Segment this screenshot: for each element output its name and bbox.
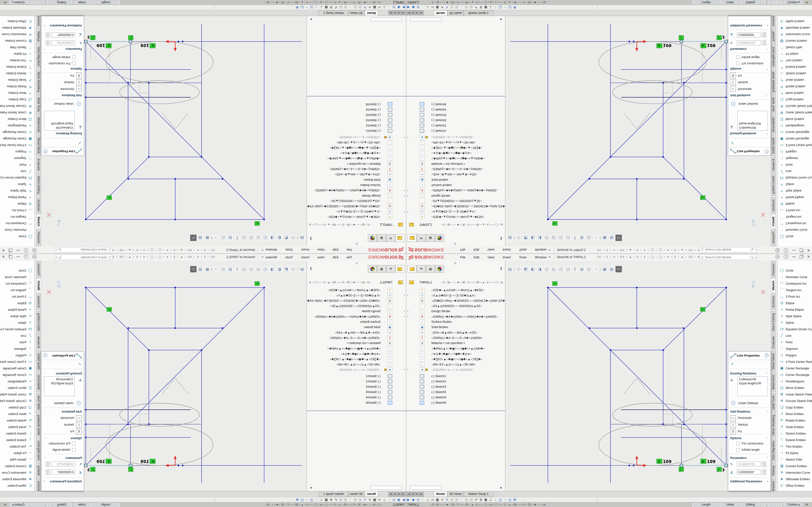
- view-tool-icon[interactable]: ◔: [213, 266, 219, 272]
- view-tool-icon[interactable]: ◲: [565, 266, 571, 272]
- menu-item-silhouette-entities[interactable]: ◈Silhouette Entities: [0, 24, 35, 31]
- cmd-tab-mold-tools[interactable]: Mold Tools: [36, 95, 41, 114]
- expand-arrow-icon[interactable]: ▸: [407, 211, 409, 213]
- ok-check-icon[interactable]: ✓: [730, 140, 734, 146]
- cmd-tab-markup[interactable]: Markup: [771, 463, 776, 478]
- menu-item-offset-entities[interactable]: ⊏Offset Entities: [777, 18, 812, 24]
- tab-scroll-icon[interactable]: ◀: [411, 492, 415, 497]
- relation-button-icon[interactable]: —: [730, 86, 736, 92]
- view-tool-icon[interactable]: ▦: [204, 266, 210, 272]
- view-tool-icon[interactable]: ▦: [602, 266, 608, 272]
- bottom-tool-icon[interactable]: ◔: [305, 497, 309, 502]
- tree-item-sketch[interactable]: (-) Sketch5: [307, 112, 406, 117]
- cmd-tab-mesh-modeling[interactable]: Mesh Modeling: [36, 69, 41, 95]
- bottom-tool-icon[interactable]: ⋮: [459, 497, 464, 502]
- search-input[interactable]: [704, 248, 750, 252]
- bottom-tool-icon[interactable]: ⋮: [348, 5, 353, 10]
- menu-item-copy-entities[interactable]: ❏Copy Entities: [777, 96, 812, 103]
- checkbox[interactable]: [737, 448, 740, 452]
- checkbox[interactable]: [72, 55, 75, 59]
- length-field[interactable]: 10.88152731: [737, 41, 761, 45]
- exit-sketch-icon[interactable]: ↪: [53, 280, 64, 288]
- bottom-tool-icon[interactable]: ⊥: [488, 497, 493, 502]
- menu-item-perimeter-circle[interactable]: ◌Perimeter Circle: [0, 274, 35, 281]
- menu-item-equation-driven-curve[interactable]: ƒxEquation Driven Curve: [777, 174, 812, 181]
- menu-item-copy-entities[interactable]: ❏Copy Entities: [777, 404, 812, 411]
- view-tool-icon[interactable]: ▨: [197, 235, 203, 241]
- add-relations-header[interactable]: Add Relations: [730, 410, 750, 413]
- cmd-tab-data-migration[interactable]: Data Migration: [771, 439, 776, 462]
- options-header[interactable]: Options: [730, 67, 742, 70]
- cmd-tab-markup[interactable]: Markup: [36, 29, 41, 44]
- bottom-tool-icon[interactable]: ∣: [493, 5, 498, 10]
- cmd-tab-direct-editing[interactable]: Direct Editing: [36, 174, 41, 196]
- panel-tab-overflow[interactable]: ❯: [310, 237, 312, 240]
- view-tool-icon[interactable]: ↩: [615, 235, 622, 241]
- length-spinner[interactable]: ▲▼: [46, 40, 50, 45]
- search-box[interactable]: ◫ ▾: [55, 255, 112, 260]
- menu-item-convert-entities[interactable]: ▧Convert Entities: [777, 38, 812, 44]
- expand-arrow-icon[interactable]: ▸: [407, 189, 409, 192]
- view-tool-icon[interactable]: ↧: [572, 266, 578, 272]
- cmd-tab-weldments[interactable]: Weldments: [36, 373, 41, 392]
- menu-item-partial-ellipse[interactable]: ◖Partial Ellipse: [777, 306, 812, 313]
- tree-item[interactable]: ▸■○ƧƼƐИΝΑ∩∗○∘○∗∩ΑΝИƐƼƧ○: [307, 367, 406, 373]
- checkbox[interactable]: [72, 62, 75, 65]
- menu-item-segment[interactable]: ∷Segment: [777, 346, 812, 352]
- tree-item[interactable]: ▤○ƧƼ✚ƐƧ○ИΝ◎∘✚ƆƐΝƐƧƼ○∘○ƼƧƐΝƐƆ✚∘◎ΝИ○ƧƼ✚ƼƧ○: [406, 298, 505, 303]
- view-tool-icon[interactable]: ◻: [516, 266, 522, 272]
- tree-filter-input[interactable]: [370, 17, 402, 21]
- view-tool-icon[interactable]: ↧: [234, 266, 240, 272]
- menu-item-silhouette-entities[interactable]: ◈Silhouette Entities: [0, 476, 35, 483]
- bottom-tool-icon[interactable]: ▶: [401, 497, 406, 502]
- tab-scroll-icon[interactable]: ∣◀: [406, 492, 411, 497]
- bottom-tool-icon[interactable]: ◉: [396, 5, 401, 10]
- search-dropdown-icon[interactable]: ▾: [755, 249, 756, 251]
- bottom-tool-icon[interactable]: ▤: [358, 497, 362, 502]
- cmd-tab-surfaces[interactable]: Surfaces: [36, 294, 41, 310]
- view-tool-icon[interactable]: ▾: [211, 268, 212, 270]
- bottom-tool-icon[interactable]: ≣: [329, 5, 334, 10]
- bottom-tool-icon[interactable]: ◎: [416, 497, 420, 502]
- menu-item-tools[interactable]: Tools: [285, 248, 294, 252]
- bottom-tool-icon[interactable]: ▤: [454, 5, 459, 10]
- menu-item-circular-sketch-pattern[interactable]: ⊛Circular Sketch Pattern: [777, 398, 812, 404]
- menu-item-3-point-arc[interactable]: ◡3 Point Arc: [0, 207, 35, 213]
- menu-item-corner-rectangle[interactable]: ▭Corner Rectangle: [777, 372, 812, 378]
- tree-item-sketch[interactable]: (-) Sketch4: [307, 107, 406, 112]
- cmd-tab-sheet-metal[interactable]: Sheet Metal: [36, 135, 41, 156]
- menu-item-insert[interactable]: Insert: [502, 248, 512, 252]
- menu-item-insert[interactable]: Insert: [300, 248, 310, 252]
- bottom-tool-icon[interactable]: ◱: [300, 5, 305, 10]
- search-icon[interactable]: [59, 248, 62, 251]
- restore-button[interactable]: [9, 248, 12, 251]
- menu-item-circle[interactable]: ◯Circle: [0, 233, 35, 239]
- tree-item[interactable]: ∟○ИΝ∘9Ɔ∘▲◎○∘○◎▲∘Ɔ9∘ΝИ○: [307, 140, 406, 145]
- menu-item-parallelogram[interactable]: ▱Parallelogram: [777, 122, 812, 129]
- angle-spinner[interactable]: ▲▼: [46, 469, 50, 475]
- view-tool-icon[interactable]: ▤: [507, 266, 513, 272]
- cmd-tab-surfaces[interactable]: Surfaces: [771, 294, 776, 310]
- tree-item[interactable]: ▸▢Design Binder: [406, 193, 505, 198]
- cmd-tab-weldments[interactable]: Weldments: [771, 373, 776, 392]
- pin-icon[interactable]: ✦: [548, 255, 551, 259]
- view-tool-icon[interactable]: ◔: [593, 266, 599, 272]
- tab-scroll-icon[interactable]: ∣◀: [406, 10, 411, 15]
- view-tool-icon[interactable]: ◱: [255, 266, 261, 272]
- search-icon[interactable]: [750, 256, 753, 259]
- doc-tab-motion-study-1[interactable]: Motion Study 1: [464, 491, 493, 497]
- menu-item-move-entities[interactable]: ↗Move Entities: [0, 411, 35, 417]
- view-tool-icon[interactable]: ◩: [283, 235, 289, 241]
- bottom-tool-icon[interactable]: ∣: [314, 497, 319, 502]
- menu-item-window[interactable]: Window: [265, 255, 278, 260]
- tree-item[interactable]: ▸■○ƧƼƐИΝΑ∩∗○∘○∗∩ΑΝИƐƼƧ○: [307, 134, 406, 140]
- bottom-tool-icon[interactable]: ⋮: [387, 497, 392, 502]
- menu-item-extend-entities[interactable]: ⊤Extend Entities: [0, 437, 35, 444]
- bottom-tool-icon[interactable]: ≡: [440, 5, 445, 10]
- bottom-tool-icon[interactable]: ⊥: [425, 5, 430, 10]
- bottom-tool-icon[interactable]: ⇄: [377, 497, 382, 502]
- tree-item[interactable]: ∞○ƧƼ∗∩✻▲ΑΜ○∘○ΜΑ▲✻∩∗ƼƧ○: [406, 172, 505, 177]
- view-tool-icon[interactable]: ◨: [269, 266, 275, 272]
- menu-item-polygon[interactable]: ◇Polygon: [0, 148, 35, 155]
- cmd-tab-mold-tools[interactable]: Mold Tools: [771, 95, 776, 114]
